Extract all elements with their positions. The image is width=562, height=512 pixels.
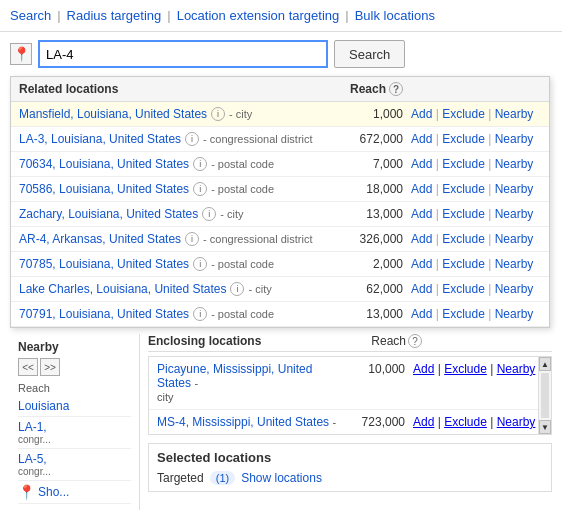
add-link[interactable]: Add: [411, 132, 432, 146]
dropdown-row[interactable]: Zachary, Louisiana, United States i - ci…: [11, 202, 549, 227]
enclosing-header: Enclosing locations: [148, 334, 352, 348]
location-link[interactable]: 70634, Louisiana, United States: [19, 157, 189, 171]
add-link[interactable]: Add: [411, 307, 432, 321]
location-link[interactable]: AR-4, Arkansas, United States: [19, 232, 181, 246]
nearby-link[interactable]: Nearby: [495, 157, 534, 171]
next-arrow[interactable]: >>: [40, 358, 60, 376]
enclosing-location-link[interactable]: MS-4, Mississippi, United States: [157, 415, 329, 429]
location-link[interactable]: Zachary, Louisiana, United States: [19, 207, 198, 221]
scrollbar[interactable]: ▲ ▼: [538, 357, 551, 434]
enclosing-add[interactable]: Add: [413, 362, 434, 376]
dropdown-row[interactable]: AR-4, Arkansas, United States i - congre…: [11, 227, 549, 252]
location-link[interactable]: LA-3, Louisiana, United States: [19, 132, 181, 146]
enclosing-row[interactable]: MS-4, Mississippi, United States - 723,0…: [149, 410, 551, 434]
location-link[interactable]: 70791, Louisiana, United States: [19, 307, 189, 321]
location-type: - postal code: [211, 308, 274, 320]
show-locations-link[interactable]: Show locations: [241, 471, 322, 485]
add-link[interactable]: Add: [411, 157, 432, 171]
dropdown-row[interactable]: 70634, Louisiana, United States i - post…: [11, 152, 549, 177]
search-button[interactable]: Search: [334, 40, 405, 68]
nearby-link[interactable]: Nearby: [495, 207, 534, 221]
enclosing-row[interactable]: Picayune, Mississippi, United States - c…: [149, 357, 551, 410]
nearby-link[interactable]: Nearby: [495, 182, 534, 196]
exclude-link[interactable]: Exclude: [442, 232, 485, 246]
add-link[interactable]: Add: [411, 207, 432, 221]
nav-bulk[interactable]: Bulk locations: [355, 8, 435, 23]
info-icon[interactable]: i: [230, 282, 244, 296]
left-location-link[interactable]: LA-1,: [18, 420, 47, 434]
enclosing-exclude[interactable]: Exclude: [444, 415, 487, 429]
add-link[interactable]: Add: [411, 107, 432, 121]
left-panel: Nearby << >> Reach Louisiana LA-1, congr…: [10, 334, 140, 510]
dropdown-row[interactable]: LA-3, Louisiana, United States i - congr…: [11, 127, 549, 152]
add-link[interactable]: Add: [411, 232, 432, 246]
scroll-up[interactable]: ▲: [539, 357, 551, 371]
exclude-link[interactable]: Exclude: [442, 207, 485, 221]
dropdown-row[interactable]: 70586, Louisiana, United States i - post…: [11, 177, 549, 202]
left-location-link[interactable]: 📍 Sho...: [18, 484, 131, 500]
exclude-link[interactable]: Exclude: [442, 107, 485, 121]
row-actions: Add | Exclude | Nearby: [411, 207, 541, 221]
info-icon[interactable]: i: [193, 257, 207, 271]
location-link[interactable]: 70785, Louisiana, United States: [19, 257, 189, 271]
info-icon[interactable]: i: [202, 207, 216, 221]
nav-location-ext[interactable]: Location extension targeting: [177, 8, 340, 23]
add-link[interactable]: Add: [411, 282, 432, 296]
nearby-link[interactable]: Nearby: [495, 232, 534, 246]
nav-radius[interactable]: Radius targeting: [67, 8, 162, 23]
location-type: - postal code: [211, 183, 274, 195]
exclude-link[interactable]: Exclude: [442, 282, 485, 296]
left-location-link[interactable]: Louisiana: [18, 399, 69, 413]
location-link[interactable]: 70586, Louisiana, United States: [19, 182, 189, 196]
enclosing-exclude[interactable]: Exclude: [444, 362, 487, 376]
info-icon[interactable]: i: [211, 107, 225, 121]
search-area: 📍 Search: [0, 32, 562, 76]
enclosing-add[interactable]: Add: [413, 415, 434, 429]
dropdown-row[interactable]: Mansfield, Louisiana, United States i - …: [11, 102, 549, 127]
left-list-item: Louisiana: [18, 396, 131, 417]
exclude-link[interactable]: Exclude: [442, 257, 485, 271]
pin-icon: 📍: [18, 484, 35, 500]
left-location-link[interactable]: LA-5,: [18, 452, 47, 466]
info-icon[interactable]: i: [185, 232, 199, 246]
enclosing-location-link[interactable]: Picayune, Mississippi, United States: [157, 362, 312, 390]
info-icon[interactable]: i: [193, 307, 207, 321]
location-type: - city: [220, 208, 243, 220]
enclosing-reach-help[interactable]: ?: [408, 334, 422, 348]
info-icon[interactable]: i: [193, 182, 207, 196]
location-type: - city: [229, 108, 252, 120]
row-actions: Add | Exclude | Nearby: [411, 157, 541, 171]
nearby-link[interactable]: Nearby: [495, 257, 534, 271]
row-location: AR-4, Arkansas, United States i - congre…: [19, 232, 331, 246]
enclosing-nearby[interactable]: Nearby: [497, 362, 536, 376]
info-icon[interactable]: i: [193, 157, 207, 171]
nearby-link[interactable]: Nearby: [495, 132, 534, 146]
nearby-link[interactable]: Nearby: [495, 307, 534, 321]
location-link[interactable]: Lake Charles, Louisiana, United States: [19, 282, 226, 296]
exclude-link[interactable]: Exclude: [442, 132, 485, 146]
enclosing-nearby[interactable]: Nearby: [497, 415, 536, 429]
add-link[interactable]: Add: [411, 257, 432, 271]
add-link[interactable]: Add: [411, 182, 432, 196]
dropdown-row[interactable]: 70785, Louisiana, United States i - post…: [11, 252, 549, 277]
dropdown-row[interactable]: 70791, Louisiana, United States i - post…: [11, 302, 549, 327]
action-links: Add | Exclude | Nearby: [411, 107, 533, 121]
info-icon[interactable]: i: [185, 132, 199, 146]
nearby-link[interactable]: Nearby: [495, 107, 534, 121]
scroll-thumb: [541, 373, 549, 418]
exclude-link[interactable]: Exclude: [442, 307, 485, 321]
prev-arrow[interactable]: <<: [18, 358, 38, 376]
row-reach: 7,000: [331, 157, 411, 171]
reach-help-icon[interactable]: ?: [389, 82, 403, 96]
dropdown-row[interactable]: Lake Charles, Louisiana, United States i…: [11, 277, 549, 302]
enclosing-section: Enclosing locations Reach ? Picayune, Mi…: [148, 334, 552, 435]
exclude-link[interactable]: Exclude: [442, 157, 485, 171]
enclosing-location-sep: -: [194, 377, 198, 389]
map-icon[interactable]: 📍: [10, 43, 32, 65]
nav-search[interactable]: Search: [10, 8, 51, 23]
nearby-link[interactable]: Nearby: [495, 282, 534, 296]
search-input[interactable]: [38, 40, 328, 68]
scroll-down[interactable]: ▼: [539, 420, 551, 434]
exclude-link[interactable]: Exclude: [442, 182, 485, 196]
location-link[interactable]: Mansfield, Louisiana, United States: [19, 107, 207, 121]
